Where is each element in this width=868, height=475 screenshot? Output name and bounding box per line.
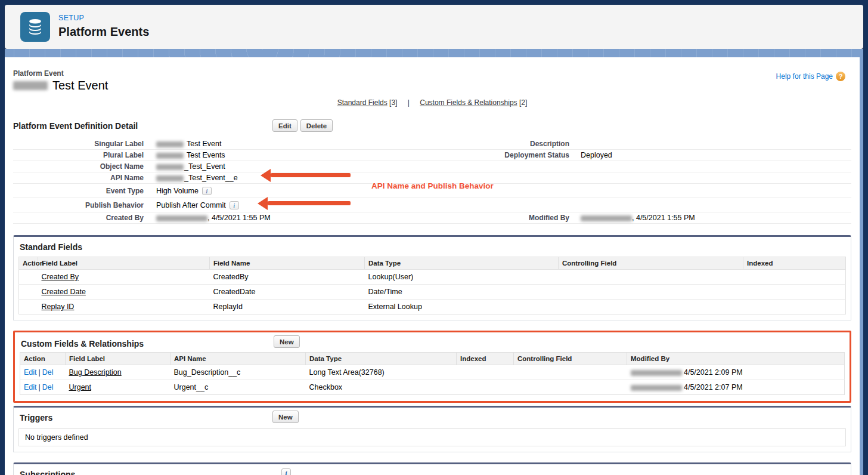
annotation-arrow-api-name — [271, 173, 351, 177]
col-indexed: Indexed — [457, 353, 514, 365]
col-field-label: Field Label — [66, 353, 170, 365]
col-action: Action — [20, 353, 66, 365]
field-label: Publish Behavior — [13, 201, 156, 209]
entity-type-label: Platform Event — [13, 69, 851, 78]
setup-header: SETUP Platform Events — [5, 5, 863, 49]
redacted-text — [156, 175, 184, 181]
redacted-text — [156, 153, 184, 159]
field-link[interactable]: Replay ID — [42, 303, 75, 311]
field-link[interactable]: Urgent — [69, 383, 92, 391]
annotation-text: API Name and Publish Behavior — [371, 181, 494, 190]
help-question-icon[interactable]: ? — [836, 72, 845, 81]
detail-grid: Singular Label Test Event Description Pl… — [13, 138, 851, 224]
field-link[interactable]: Created Date — [42, 288, 86, 296]
col-data-type: Data Type — [365, 257, 559, 270]
table-row: Created By CreatedBy Lookup(User) — [19, 270, 846, 285]
triggers-heading: Triggers — [20, 413, 52, 422]
table-header-row: Action Field Label API Name Data Type In… — [20, 353, 845, 365]
del-link[interactable]: Del — [42, 368, 54, 377]
new-custom-field-button[interactable]: New — [274, 335, 300, 348]
redacted-text — [581, 215, 632, 221]
field-link[interactable]: Created By — [42, 273, 79, 281]
info-icon[interactable]: i — [202, 187, 212, 195]
plural-label-value: Test Events — [156, 151, 424, 159]
standard-fields-section: Standard Fields Action Field Label Field… — [13, 235, 851, 320]
custom-fields-highlight-box: Custom Fields & Relationships New Action… — [13, 331, 851, 403]
detail-row-singular-label: Singular Label Test Event Description — [13, 138, 851, 150]
detail-heading: Platform Event Definition Detail — [13, 121, 851, 131]
table-row: Created Date CreatedDate Date/Time — [19, 285, 846, 300]
field-label: API Name — [13, 174, 156, 182]
field-label: Singular Label — [13, 140, 156, 148]
custom-fields-table-wrap: Action Field Label API Name Data Type In… — [20, 352, 845, 395]
deployment-status-value: Deployed — [581, 151, 851, 159]
detail-buttons: Edit Delete — [272, 119, 333, 132]
redacted-text — [631, 370, 682, 376]
page-title-text: Test Event — [52, 79, 108, 92]
col-action: Action — [19, 257, 38, 270]
triggers-empty-message: No triggers defined — [18, 428, 846, 446]
action-cell: Edit|Del — [20, 365, 66, 380]
action-cell: Edit|Del — [20, 380, 66, 395]
field-label: Modified By — [424, 214, 581, 222]
field-label: Event Type — [13, 187, 156, 195]
field-label: Description — [424, 140, 581, 148]
info-icon[interactable]: i — [230, 201, 239, 209]
custom-fields-section: Custom Fields & Relationships New Action… — [15, 332, 850, 401]
subscriptions-section: Subscriptions i Subscriber Last Processe… — [13, 462, 851, 475]
subscriptions-heading: Subscriptions — [20, 470, 75, 475]
background-strip — [860, 57, 863, 475]
redacted-text — [156, 164, 184, 170]
standard-fields-table-wrap: Action Field Label Field Name Data Type … — [18, 257, 846, 314]
detail-section-header: Platform Event Definition Detail Edit De… — [13, 121, 851, 134]
table-row: Replay ID ReplayId External Lookup — [19, 300, 846, 314]
field-label: Object Name — [13, 162, 156, 171]
subscriptions-heading-row: Subscriptions i — [14, 464, 851, 475]
detail-row-created-by: Created By , 4/5/2021 1:55 PM Modified B… — [13, 212, 851, 224]
database-icon — [26, 18, 44, 36]
table-header-row: Action Field Label Field Name Data Type … — [19, 257, 846, 270]
detail-row-object-name: Object Name _Test_Event — [13, 161, 851, 172]
field-link[interactable]: Bug Description — [69, 368, 122, 377]
table-row: Edit|Del Bug Description Bug_Description… — [20, 365, 845, 380]
edit-link[interactable]: Edit — [24, 368, 37, 377]
table-row: Edit|Del Urgent Urgent__c Checkbox 4/5/2… — [20, 380, 845, 395]
redacted-text — [156, 141, 184, 147]
standard-fields-heading: Standard Fields — [14, 237, 851, 257]
setup-breadcrumb[interactable]: SETUP — [58, 14, 84, 22]
col-controlling-field: Controlling Field — [559, 257, 743, 270]
del-link[interactable]: Del — [42, 383, 54, 391]
col-field-label: Field Label — [38, 257, 210, 270]
page-header-title: Platform Events — [58, 25, 149, 39]
delete-button[interactable]: Delete — [300, 119, 333, 132]
singular-label-value: Test Event — [156, 140, 424, 148]
redacted-text — [631, 385, 682, 391]
help-link[interactable]: Help for this Page — [776, 72, 833, 81]
edit-link[interactable]: Edit — [24, 383, 37, 391]
custom-fields-heading: Custom Fields & Relationships — [21, 339, 144, 348]
section-nav: Standard Fields [3] | Custom Fields & Re… — [13, 98, 851, 107]
col-field-name: Field Name — [210, 257, 365, 270]
info-icon[interactable]: i — [281, 468, 291, 475]
custom-fields-table: Action Field Label API Name Data Type In… — [20, 352, 845, 395]
modified-by-cell: 4/5/2021 2:07 PM — [627, 380, 845, 395]
new-trigger-button[interactable]: New — [272, 411, 299, 423]
field-label: Plural Label — [13, 151, 156, 159]
nav-standard-fields-link[interactable]: Standard Fields — [337, 98, 388, 107]
help-row: Help for this Page ? — [776, 72, 845, 81]
nav-separator: | — [408, 98, 410, 107]
col-indexed: Indexed — [743, 257, 846, 270]
redacted-title-prefix — [13, 81, 48, 90]
object-name-value: _Test_Event — [156, 162, 424, 171]
nav-custom-fields-link[interactable]: Custom Fields & Relationships — [420, 98, 517, 107]
nav-custom-fields-count: [2] — [519, 98, 527, 107]
custom-fields-heading-row: Custom Fields & Relationships New — [15, 332, 850, 352]
modified-by-value: , 4/5/2021 1:55 PM — [581, 214, 851, 222]
triggers-section: Triggers New No triggers defined — [13, 406, 851, 452]
edit-button[interactable]: Edit — [272, 119, 297, 132]
nav-standard-fields-count: [3] — [389, 98, 397, 107]
page-title: Test Event — [13, 79, 851, 92]
created-by-value: , 4/5/2021 1:55 PM — [156, 214, 424, 222]
col-modified-by: Modified By — [627, 353, 845, 365]
platform-events-icon — [20, 12, 50, 42]
